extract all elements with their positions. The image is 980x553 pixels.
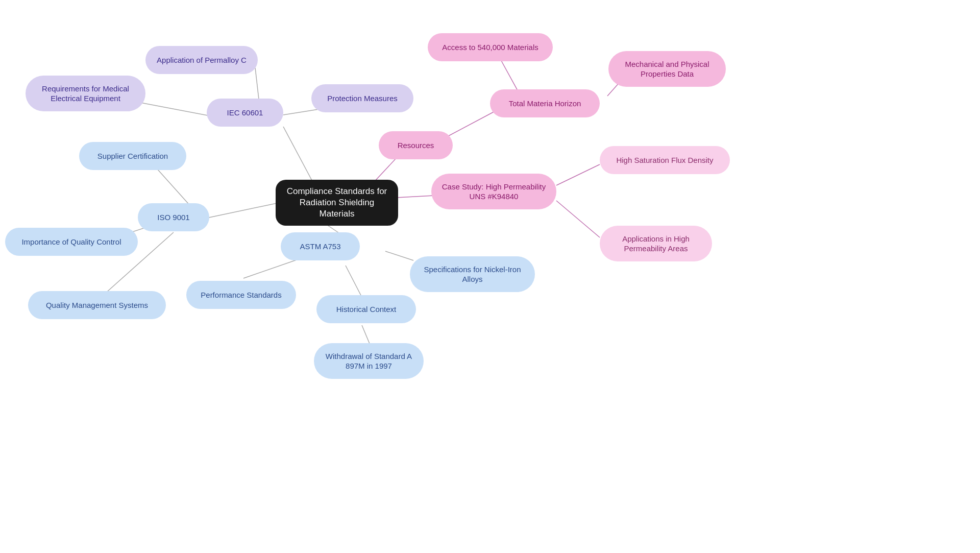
svg-line-12 <box>385 251 413 260</box>
resources-node[interactable]: Resources <box>379 131 453 159</box>
performance-standards-node[interactable]: Performance Standards <box>186 281 296 309</box>
withdrawal-standard-node[interactable]: Withdrawal of Standard A 897M in 1997 <box>314 343 424 379</box>
application-permalloy-node[interactable]: Application of Permalloy C <box>145 46 258 74</box>
astm-a753-label: ASTM A753 <box>300 242 340 252</box>
access-540k-label: Access to 540,000 Materials <box>442 42 538 53</box>
requirements-medical-node[interactable]: Requirements for Medical Electrical Equi… <box>26 76 145 111</box>
astm-a753-node[interactable]: ASTM A753 <box>281 232 360 260</box>
specs-nickel-iron-node[interactable]: Specifications for Nickel-Iron Alloys <box>410 256 535 292</box>
mech-phys-props-node[interactable]: Mechanical and Physical Properties Data <box>608 51 726 87</box>
applications-high-perm-node[interactable]: Applications in High Permeability Areas <box>600 226 712 261</box>
specs-nickel-iron-label: Specifications for Nickel-Iron Alloys <box>420 265 525 284</box>
center-node: Compliance Standards for Radiation Shiel… <box>276 180 398 226</box>
center-label: Compliance Standards for Radiation Shiel… <box>286 186 388 220</box>
high-sat-flux-label: High Saturation Flux Density <box>616 155 713 165</box>
quality-mgmt-node[interactable]: Quality Management Systems <box>28 291 166 319</box>
application-permalloy-label: Application of Permalloy C <box>157 55 247 65</box>
supplier-cert-node[interactable]: Supplier Certification <box>79 142 186 170</box>
protection-measures-label: Protection Measures <box>327 93 398 104</box>
requirements-medical-label: Requirements for Medical Electrical Equi… <box>36 84 135 104</box>
historical-context-node[interactable]: Historical Context <box>316 295 416 323</box>
iso9001-node[interactable]: ISO 9001 <box>138 203 209 231</box>
svg-line-18 <box>556 164 600 185</box>
iec60601-label: IEC 60601 <box>227 108 263 118</box>
high-sat-flux-node[interactable]: High Saturation Flux Density <box>600 146 730 174</box>
withdrawal-standard-label: Withdrawal of Standard A 897M in 1997 <box>324 351 413 371</box>
resources-label: Resources <box>398 140 434 151</box>
performance-standards-label: Performance Standards <box>201 290 281 300</box>
total-materia-label: Total Materia Horizon <box>509 99 581 109</box>
svg-line-5 <box>153 164 189 204</box>
importance-qc-label: Importance of Quality Control <box>21 237 121 247</box>
svg-line-19 <box>556 201 600 237</box>
importance-qc-node[interactable]: Importance of Quality Control <box>5 228 138 256</box>
access-540k-node[interactable]: Access to 540,000 Materials <box>428 33 553 61</box>
quality-mgmt-label: Quality Management Systems <box>46 300 148 310</box>
iec60601-node[interactable]: IEC 60601 <box>207 99 283 127</box>
total-materia-node[interactable]: Total Materia Horizon <box>490 89 600 117</box>
iso9001-label: ISO 9001 <box>157 212 189 223</box>
applications-high-perm-label: Applications in High Permeability Areas <box>610 234 702 254</box>
svg-line-10 <box>346 266 362 297</box>
protection-measures-node[interactable]: Protection Measures <box>311 84 413 112</box>
case-study-node[interactable]: Case Study: High Permeability UNS #K9484… <box>431 174 556 209</box>
historical-context-label: Historical Context <box>336 304 397 315</box>
mech-phys-props-label: Mechanical and Physical Properties Data <box>619 59 716 79</box>
case-study-label: Case Study: High Permeability UNS #K9484… <box>442 182 546 202</box>
supplier-cert-label: Supplier Certification <box>97 151 168 161</box>
